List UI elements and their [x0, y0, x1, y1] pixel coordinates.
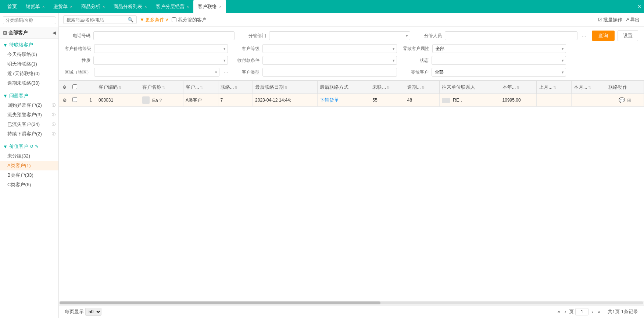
sidebar-item-churn-warning[interactable]: 流失预警客户(3) ⓘ — [0, 110, 58, 120]
col-last-contact-type[interactable]: 最后联络方式 — [317, 81, 370, 94]
search-wrap[interactable]: 🔍 — [63, 15, 137, 24]
payment-select-wrap[interactable] — [262, 56, 397, 65]
pending-contact-title[interactable]: ▼ 待联络客户 — [0, 40, 58, 50]
close-sales-tab[interactable]: × — [42, 4, 44, 9]
payment-select[interactable] — [262, 56, 397, 65]
my-customers-checkbox[interactable] — [172, 17, 176, 22]
scroll-thumb[interactable] — [60, 301, 380, 304]
sidebar-item-tomorrow[interactable]: 明天待联络(1) — [0, 59, 58, 69]
col-this-month[interactable]: 本月...⇅ — [571, 81, 606, 94]
close-purchase-tab[interactable]: × — [70, 4, 72, 9]
region-select[interactable] — [94, 68, 219, 77]
sidebar-item-today[interactable]: 今天待联络(0) — [0, 50, 58, 59]
row-gear-icon[interactable]: ⚙ — [62, 98, 67, 103]
dept-select-wrap[interactable] — [269, 31, 410, 40]
last-page-button[interactable]: » — [596, 308, 602, 315]
col-this-year[interactable]: 本年...⇅ — [500, 81, 537, 94]
horizontal-scrollbar[interactable] — [59, 301, 644, 305]
batch-ops-button[interactable]: ☑ 批量操作 — [598, 17, 622, 23]
chat-icon[interactable]: 💬 — [619, 97, 625, 103]
col-contact[interactable]: 联络...⇅ — [218, 81, 253, 94]
toolbar: 🔍 ▼ 更多条件 ∨ 我分管的客户 ☑ 批量操作 ↗ 导出 — [59, 13, 644, 26]
value-customers-title[interactable]: ▼ 价值客户 ↺ ✎ — [0, 142, 58, 151]
row-gear-cell[interactable]: ⚙ — [59, 94, 70, 107]
sidebar-item-7days[interactable]: 近7天待联络(0) — [0, 69, 58, 78]
refresh-icon[interactable]: ↺ — [30, 144, 33, 149]
nature-select-wrap[interactable] — [93, 56, 228, 65]
page-number-input[interactable] — [575, 308, 588, 315]
sidebar-search-wrap[interactable]: 🔍 — [3, 16, 56, 24]
col-gear[interactable]: ⚙ — [59, 81, 70, 94]
manager-input[interactable] — [445, 31, 577, 40]
query-button[interactable]: 查询 — [592, 31, 615, 41]
sidebar-item-declining[interactable]: 持续下滑客户(2) ⓘ — [0, 129, 58, 139]
nav-purchase[interactable]: 进货单 × — [49, 0, 76, 13]
retail-customer-select-wrap[interactable]: 全部 — [432, 68, 566, 77]
first-page-button[interactable]: « — [556, 308, 562, 315]
nav-product-analysis-list[interactable]: 商品分析列表 × — [109, 0, 151, 13]
region-select-wrap[interactable] — [94, 68, 219, 77]
all-customers-header[interactable]: ⊞ 全部客户 ◀ — [0, 27, 58, 39]
page-size-select[interactable]: 50 — [85, 308, 101, 316]
customer-type-input[interactable] — [262, 68, 397, 77]
search-input[interactable] — [67, 17, 128, 22]
settings-button[interactable]: 设置 — [618, 30, 638, 41]
close-product-analysis-list-tab[interactable]: × — [144, 4, 147, 9]
customer-level-select-wrap[interactable] — [262, 44, 397, 53]
col-overdue[interactable]: 逾期...⇅ — [405, 81, 440, 94]
sidebar-item-ungrouped[interactable]: 未分组(32) — [0, 151, 58, 161]
sidebar-item-repurchase-anomaly[interactable]: 回购异常客户(2) ⓘ — [0, 100, 58, 110]
sidebar-item-class-c[interactable]: C类客户(6) — [0, 180, 58, 190]
close-product-analysis-tab[interactable]: × — [103, 4, 105, 9]
col-name[interactable]: 客户名称⇅ — [140, 81, 183, 94]
last-contact-link[interactable]: 下销货单 — [320, 97, 339, 103]
close-customer-contact-tab[interactable]: × — [219, 4, 221, 9]
retail-attr-select-wrap[interactable]: 全部 — [432, 44, 566, 53]
price-level-select-wrap[interactable] — [94, 44, 228, 53]
sidebar-item-overdue[interactable]: 逾期未联络(30) — [0, 78, 58, 88]
col-no-contact[interactable]: 未联...⇅ — [370, 81, 405, 94]
col-last-month[interactable]: 上月...⇅ — [537, 81, 572, 94]
nav-home[interactable]: 首页 — [3, 0, 21, 13]
status-select-wrap[interactable] — [432, 56, 566, 65]
status-select[interactable] — [432, 56, 566, 65]
collapse-icon[interactable]: ◀ — [53, 31, 56, 35]
my-customers-checkbox-wrap[interactable]: 我分管的客户 — [172, 17, 207, 23]
nav-product-analysis[interactable]: 商品分析 × — [77, 0, 109, 13]
problem-customers-title[interactable]: ▼ 问题客户 — [0, 91, 58, 100]
col-unit-contact[interactable]: 往来单位联系人 — [440, 81, 500, 94]
nature-select[interactable] — [93, 56, 228, 65]
retail-customer-select[interactable]: 全部 — [432, 68, 566, 77]
col-check[interactable] — [70, 81, 85, 94]
nav-customer-segmentation[interactable]: 客户分层经营 × — [151, 0, 193, 13]
phone-input[interactable] — [93, 31, 235, 40]
select-all-checkbox[interactable] — [72, 84, 77, 89]
qr-icon[interactable]: ⊞ — [627, 97, 632, 103]
col-last-contact-date[interactable]: 最后联络日期⇅ — [253, 81, 317, 94]
row-last-contact-type[interactable]: 下销货单 — [317, 94, 370, 107]
row-check-cell[interactable] — [70, 94, 85, 107]
nav-customer-contact[interactable]: 客户联络 × — [193, 0, 226, 13]
col-type[interactable]: 客户...⇅ — [183, 81, 218, 94]
customer-level-select[interactable] — [262, 44, 397, 53]
sidebar-item-class-b[interactable]: B类客户(33) — [0, 170, 58, 180]
region-more-icon[interactable]: ··· — [224, 70, 228, 75]
nav-sales[interactable]: 销货单 × — [21, 0, 49, 13]
sidebar-item-class-a[interactable]: A类客户(1) — [0, 161, 58, 170]
row-unit-contact: RE . — [440, 94, 500, 107]
close-customer-segmentation-tab[interactable]: × — [187, 4, 189, 9]
export-button[interactable]: ↗ 导出 — [625, 17, 640, 23]
retail-attr-select[interactable]: 全部 — [432, 44, 566, 53]
next-page-button[interactable]: › — [590, 308, 594, 315]
col-code[interactable]: 客户编码⇅ — [96, 81, 140, 94]
more-filter-button[interactable]: ▼ 更多条件 ∨ — [140, 17, 169, 23]
row-checkbox[interactable] — [72, 97, 77, 102]
sidebar-item-churned[interactable]: 已流失客户(24) ⓘ — [0, 120, 58, 129]
price-level-select[interactable] — [94, 44, 228, 53]
sidebar-search-input[interactable] — [6, 18, 59, 23]
window-close-button[interactable]: × — [638, 3, 641, 10]
dept-select[interactable] — [269, 31, 410, 40]
prev-page-button[interactable]: ‹ — [563, 308, 568, 315]
edit-icon[interactable]: ✎ — [35, 144, 39, 149]
manager-more-icon[interactable]: ··· — [582, 33, 586, 39]
